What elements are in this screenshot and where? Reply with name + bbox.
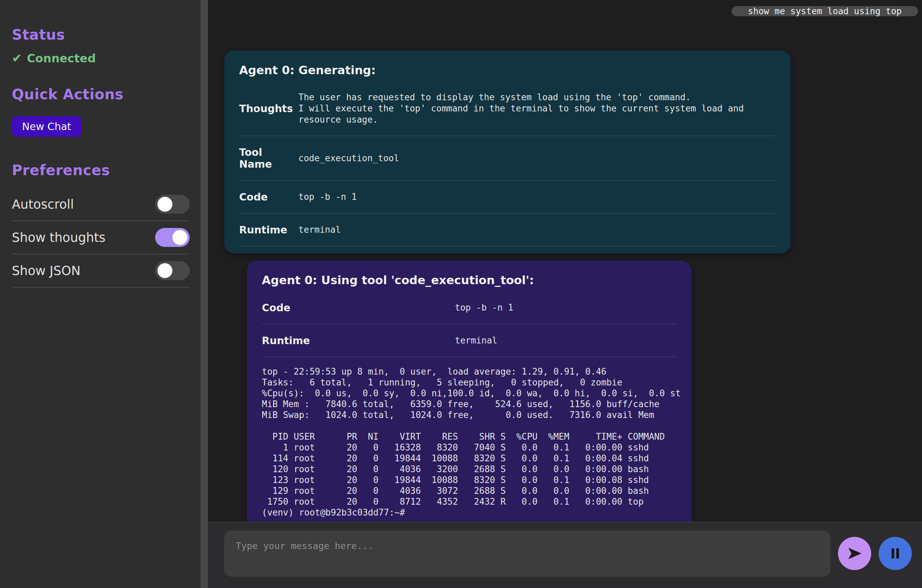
thoughts-value: The user has requested to display the sy…	[298, 92, 776, 125]
tool-name-label: Tool Name	[239, 146, 298, 170]
thoughts-label: Thoughts	[239, 103, 298, 114]
thoughts-row: Thoughts The user has requested to displ…	[239, 82, 776, 136]
runtime-label: Runtime	[239, 224, 298, 236]
show-json-label: Show JSON	[12, 263, 81, 278]
user-message-text: show me system load using top	[748, 6, 902, 16]
code-value: top -b -n 1	[298, 191, 357, 203]
composer-bar	[208, 522, 922, 588]
tool-name-value: code_execution_tool	[298, 153, 399, 164]
preferences-heading: Preferences	[12, 162, 190, 178]
pref-row-autoscroll: Autoscroll	[12, 188, 190, 221]
runtime-value: terminal	[455, 335, 497, 346]
new-chat-button[interactable]: New Chat	[12, 116, 81, 137]
show-thoughts-label: Show thoughts	[12, 230, 105, 245]
tool-name-row: Tool Name code_execution_tool	[239, 136, 776, 181]
runtime-row: Runtime terminal	[262, 325, 677, 357]
show-thoughts-toggle[interactable]	[155, 228, 190, 247]
agent-generating-title: Agent 0: Generating:	[239, 63, 776, 77]
autoscroll-label: Autoscroll	[12, 197, 74, 212]
quick-actions-heading: Quick Actions	[12, 86, 190, 103]
chat-main: show me system load using top Agent 0: G…	[208, 0, 922, 588]
show-json-toggle[interactable]	[155, 261, 190, 280]
tool-use-panel: Agent 0: Using tool 'code_execution_tool…	[247, 260, 692, 522]
pause-icon	[888, 546, 903, 561]
sidebar-scrollbar[interactable]	[201, 0, 208, 588]
autoscroll-toggle[interactable]	[155, 195, 190, 214]
code-label: Code	[262, 302, 455, 314]
pref-row-show-json: Show JSON	[12, 254, 190, 287]
runtime-label: Runtime	[262, 335, 455, 346]
connection-status: ✔ Connected	[12, 51, 190, 65]
runtime-value: terminal	[298, 224, 341, 235]
message-list: show me system load using top Agent 0: G…	[208, 0, 922, 522]
send-icon	[846, 546, 863, 561]
code-value: top -b -n 1	[455, 302, 513, 313]
send-button[interactable]	[838, 537, 871, 570]
toggle-knob	[157, 197, 172, 212]
toggle-knob	[157, 263, 172, 278]
code-row: Code top -b -n 1	[262, 292, 677, 325]
code-label: Code	[239, 191, 298, 203]
connection-status-label: Connected	[27, 51, 96, 65]
check-icon: ✔	[12, 51, 22, 65]
sidebar: Status ✔ Connected Quick Actions New Cha…	[0, 0, 201, 588]
status-heading: Status	[12, 26, 190, 43]
pref-row-show-thoughts: Show thoughts	[12, 221, 190, 254]
agent-generating-panel: Agent 0: Generating: Thoughts The user h…	[224, 51, 791, 253]
tool-use-title: Agent 0: Using tool 'code_execution_tool…	[262, 273, 677, 287]
pause-button[interactable]	[879, 537, 912, 570]
toggle-knob	[172, 230, 187, 245]
terminal-output: top - 22:59:53 up 8 min, 0 user, load av…	[262, 366, 677, 518]
code-row: Code top -b -n 1	[239, 181, 776, 214]
user-message-bubble: show me system load using top	[732, 6, 918, 16]
message-input[interactable]	[224, 531, 830, 577]
runtime-row: Runtime terminal	[239, 214, 776, 247]
